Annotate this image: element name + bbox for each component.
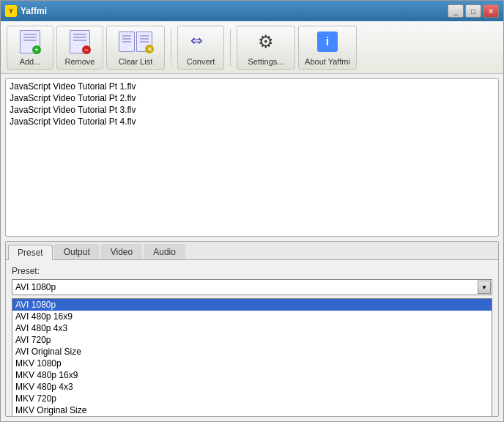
clear-icon-container: ✕ bbox=[122, 29, 149, 55]
tab-bar: PresetOutputVideoAudio bbox=[6, 242, 498, 260]
remove-badge-icon: − bbox=[82, 45, 91, 54]
dropdown-item[interactable]: MKV 480p 16x9 bbox=[12, 369, 492, 381]
content-area: JavaScript Video Tutorial Pt 1.flvJavaSc… bbox=[1, 74, 503, 421]
settings-label: Settings... bbox=[248, 57, 284, 66]
add-label: Add... bbox=[20, 57, 41, 66]
about-icon-container: i bbox=[314, 29, 341, 55]
about-label: About Yaffmi bbox=[305, 57, 350, 66]
title-bar-left: Y Yaffmi bbox=[5, 5, 47, 17]
dropdown-item[interactable]: AVI 1080p bbox=[12, 299, 492, 311]
dropdown-item[interactable]: MKV 1080p bbox=[12, 358, 492, 369]
minimize-button[interactable]: _ bbox=[448, 4, 464, 18]
convert-arrows-icon bbox=[190, 32, 211, 52]
add-badge-icon: + bbox=[32, 45, 41, 54]
title-bar: Y Yaffmi _ □ ✕ bbox=[1, 1, 503, 21]
dropdown-item[interactable]: AVI 720p bbox=[12, 334, 492, 346]
clear-list-label: Clear List bbox=[119, 57, 152, 66]
bottom-panel: PresetOutputVideoAudio Preset: AVI 1080p… bbox=[5, 241, 499, 417]
toolbar-separator-2 bbox=[230, 29, 231, 66]
list-item[interactable]: JavaScript Video Tutorial Pt 3.flv bbox=[7, 104, 497, 116]
add-icon-container: + bbox=[17, 29, 43, 55]
dropdown-item[interactable]: AVI 480p 4x3 bbox=[12, 322, 492, 334]
list-item[interactable]: JavaScript Video Tutorial Pt 1.flv bbox=[7, 81, 497, 92]
window-title: Yaffmi bbox=[21, 6, 47, 16]
close-button[interactable]: ✕ bbox=[483, 4, 499, 18]
maximize-button[interactable]: □ bbox=[465, 4, 481, 18]
remove-button[interactable]: − Remove bbox=[56, 26, 103, 70]
remove-doc-icon: − bbox=[70, 30, 90, 53]
tab-content-preset: Preset: AVI 1080pAVI 480p 16x9AVI 480p 4… bbox=[6, 260, 498, 416]
app-icon: Y bbox=[5, 5, 17, 17]
remove-label: Remove bbox=[65, 57, 95, 66]
dropdown-item[interactable]: MKV Original Size bbox=[12, 404, 492, 416]
tab-audio[interactable]: Audio bbox=[144, 244, 185, 259]
dropdown-item[interactable]: MKV 480p 4x3 bbox=[12, 381, 492, 393]
remove-icon-container: − bbox=[67, 29, 93, 55]
about-info-icon: i bbox=[317, 32, 338, 52]
list-item[interactable]: JavaScript Video Tutorial Pt 2.flv bbox=[7, 92, 497, 104]
convert-icon-container bbox=[188, 29, 214, 55]
tab-video[interactable]: Video bbox=[101, 244, 142, 259]
toolbar: + Add... − Remove ✕ Clear List bbox=[1, 21, 503, 74]
clear-badge-icon: ✕ bbox=[145, 45, 154, 53]
settings-icon-container: ⚙ bbox=[253, 29, 279, 55]
about-button[interactable]: i About Yaffmi bbox=[298, 26, 357, 70]
convert-label: Convert bbox=[187, 57, 215, 66]
main-window: Y Yaffmi _ □ ✕ + Add... − Remov bbox=[0, 0, 504, 422]
preset-select[interactable]: AVI 1080pAVI 480p 16x9AVI 480p 4x3AVI 72… bbox=[12, 279, 492, 295]
dropdown-item[interactable]: MKV 720p bbox=[12, 393, 492, 404]
toolbar-separator-1 bbox=[171, 29, 171, 66]
dropdown-item[interactable]: AVI Original Size bbox=[12, 346, 492, 358]
clear-doc1-icon bbox=[119, 32, 135, 52]
add-doc-icon: + bbox=[20, 30, 40, 53]
clear-list-button[interactable]: ✕ Clear List bbox=[106, 26, 165, 70]
tab-output[interactable]: Output bbox=[54, 244, 100, 259]
list-item[interactable]: JavaScript Video Tutorial Pt 4.flv bbox=[7, 116, 497, 127]
gear-icon: ⚙ bbox=[258, 32, 274, 52]
preset-dropdown-container: AVI 1080pAVI 480p 16x9AVI 480p 4x3AVI 72… bbox=[12, 279, 492, 295]
preset-dropdown-list[interactable]: AVI 1080pAVI 480p 16x9AVI 480p 4x3AVI 72… bbox=[12, 298, 492, 416]
convert-button[interactable]: Convert bbox=[177, 26, 224, 70]
tab-preset[interactable]: Preset bbox=[8, 245, 53, 260]
dropdown-item[interactable]: AVI 480p 16x9 bbox=[12, 311, 492, 322]
preset-field-label: Preset: bbox=[12, 266, 492, 276]
settings-button[interactable]: ⚙ Settings... bbox=[237, 26, 295, 70]
add-button[interactable]: + Add... bbox=[7, 26, 53, 70]
file-list[interactable]: JavaScript Video Tutorial Pt 1.flvJavaSc… bbox=[5, 78, 499, 237]
title-controls: _ □ ✕ bbox=[448, 4, 499, 18]
